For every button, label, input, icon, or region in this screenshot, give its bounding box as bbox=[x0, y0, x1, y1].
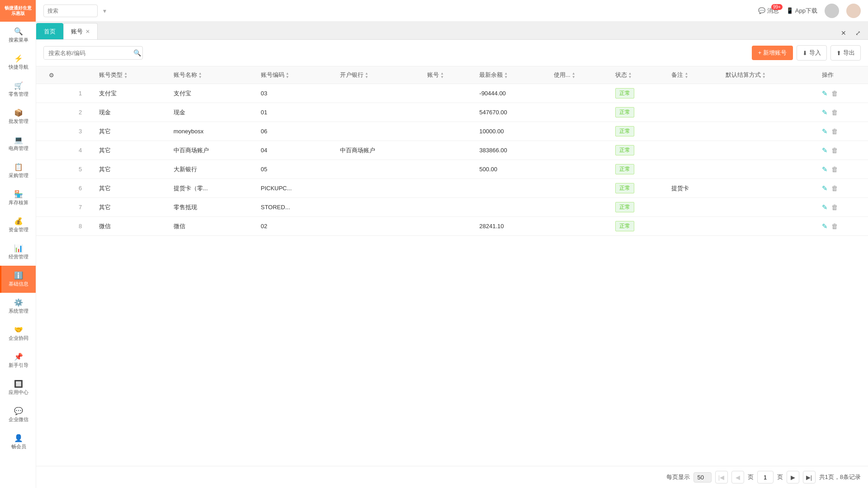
col-status[interactable]: 状态▲▼ bbox=[610, 66, 666, 84]
row-remark bbox=[666, 84, 720, 103]
sidebar-label-member: 畅会员 bbox=[11, 443, 26, 450]
messages-button[interactable]: 💬 消息 99+ bbox=[758, 7, 779, 15]
row-settings bbox=[36, 160, 67, 179]
next-page-button[interactable]: ▶ bbox=[787, 471, 799, 483]
sidebar-item-finance-mgmt[interactable]: 💰资金管理 bbox=[0, 211, 36, 239]
sidebar-item-purchase-mgmt[interactable]: 📋采购管理 bbox=[0, 157, 36, 184]
edit-button[interactable]: ✎ bbox=[822, 222, 828, 230]
page-input[interactable] bbox=[757, 471, 774, 483]
delete-button[interactable]: 🗑 bbox=[831, 184, 838, 192]
row-type: 其它 bbox=[94, 122, 168, 141]
avatar[interactable] bbox=[825, 4, 839, 18]
chevron-down-icon: ▾ bbox=[103, 7, 106, 14]
tab-label-home: 首页 bbox=[44, 28, 56, 36]
row-default-payment bbox=[720, 160, 817, 179]
status-badge: 正常 bbox=[615, 221, 634, 231]
col-usage[interactable]: 使用...▲▼ bbox=[548, 66, 610, 84]
col-code[interactable]: 账号编码▲▼ bbox=[255, 66, 335, 84]
top-search-input[interactable] bbox=[43, 5, 98, 17]
delete-button[interactable]: 🗑 bbox=[831, 89, 838, 97]
import-button[interactable]: ⬇ 导入 bbox=[797, 45, 827, 61]
sidebar-item-quick-nav[interactable]: ⚡快捷导航 bbox=[0, 49, 36, 76]
prev-page-button[interactable]: ◀ bbox=[731, 471, 744, 483]
sidebar-label-finance-mgmt: 资金管理 bbox=[9, 226, 28, 233]
tab-close-accounts[interactable]: ✕ bbox=[85, 29, 90, 34]
row-account bbox=[422, 103, 474, 122]
sidebar-item-basic-info[interactable]: ℹ️基础信息 bbox=[0, 266, 36, 293]
col-bank[interactable]: 开户银行▲▼ bbox=[335, 66, 422, 84]
row-account bbox=[422, 198, 474, 217]
edit-button[interactable]: ✎ bbox=[822, 165, 828, 174]
maximize-tab-button[interactable]: ⤢ bbox=[852, 27, 864, 39]
sidebar-item-enterprise-wechat[interactable]: 💬企业微信 bbox=[0, 401, 36, 428]
messages-badge: 99+ bbox=[771, 4, 783, 10]
sidebar-item-inventory-check[interactable]: 🏪库存核算 bbox=[0, 184, 36, 211]
sidebar-label-new-guide: 新手引导 bbox=[9, 362, 28, 369]
status-badge: 正常 bbox=[615, 202, 634, 212]
delete-button[interactable]: 🗑 bbox=[831, 222, 838, 230]
search-button[interactable]: 🔍 bbox=[129, 47, 143, 59]
delete-button[interactable]: 🗑 bbox=[831, 146, 838, 154]
edit-button[interactable]: ✎ bbox=[822, 203, 828, 211]
row-num: 1 bbox=[67, 84, 94, 103]
edit-button[interactable]: ✎ bbox=[822, 108, 828, 117]
row-name: 提货卡（零... bbox=[168, 179, 255, 198]
col-balance[interactable]: 最新余额▲▼ bbox=[474, 66, 548, 84]
row-balance: 547670.00 bbox=[474, 103, 548, 122]
add-account-button[interactable]: + 新增账号 bbox=[752, 46, 793, 60]
col-type[interactable]: 账号类型▲▼ bbox=[94, 66, 168, 84]
system-mgmt-icon: ⚙️ bbox=[14, 298, 23, 307]
col-default-payment[interactable]: 默认结算方式▲▼ bbox=[720, 66, 817, 84]
sidebar-item-operations-mgmt[interactable]: 📊经营管理 bbox=[0, 239, 36, 266]
user-avatar[interactable] bbox=[846, 4, 861, 18]
edit-button[interactable]: ✎ bbox=[822, 127, 828, 136]
delete-button[interactable]: 🗑 bbox=[831, 165, 838, 173]
row-balance: 500.00 bbox=[474, 160, 548, 179]
row-code: 02 bbox=[255, 217, 335, 236]
sidebar-item-ecommerce-mgmt[interactable]: 💻电商管理 bbox=[0, 130, 36, 157]
col-account[interactable]: 账号▲▼ bbox=[422, 66, 474, 84]
sidebar-label-operations-mgmt: 经营管理 bbox=[9, 253, 28, 260]
row-default-payment bbox=[720, 141, 817, 160]
sidebar-item-retail-mgmt[interactable]: 🛒零售管理 bbox=[0, 76, 36, 103]
status-badge: 正常 bbox=[615, 164, 634, 174]
sidebar-item-wholesale-mgmt[interactable]: 📦批发管理 bbox=[0, 103, 36, 130]
row-type: 其它 bbox=[94, 141, 168, 160]
sidebar-item-system-mgmt[interactable]: ⚙️系统管理 bbox=[0, 293, 36, 320]
per-page-select[interactable]: 50 100 200 bbox=[693, 472, 712, 483]
export-button[interactable]: ⬆ 导出 bbox=[830, 45, 861, 61]
app-download-button[interactable]: 📱 App下载 bbox=[786, 7, 817, 15]
sidebar-item-enterprise-agreement[interactable]: 🤝企业协同 bbox=[0, 320, 36, 347]
edit-button[interactable]: ✎ bbox=[822, 184, 828, 192]
row-remark bbox=[666, 141, 720, 160]
last-page-button[interactable]: ▶| bbox=[803, 471, 816, 483]
row-settings bbox=[36, 141, 67, 160]
close-tab-button[interactable]: ✕ bbox=[837, 27, 850, 39]
sidebar-item-search-menu[interactable]: 🔍搜索菜单 bbox=[0, 22, 36, 49]
col-name[interactable]: 账号名称▲▼ bbox=[168, 66, 255, 84]
delete-button[interactable]: 🗑 bbox=[831, 127, 838, 135]
row-num: 4 bbox=[67, 141, 94, 160]
first-page-button[interactable]: |◀ bbox=[715, 471, 728, 483]
delete-button[interactable]: 🗑 bbox=[831, 203, 838, 211]
col-settings[interactable]: ⚙ bbox=[36, 66, 67, 84]
row-account bbox=[422, 122, 474, 141]
edit-button[interactable]: ✎ bbox=[822, 89, 828, 98]
row-num: 8 bbox=[67, 217, 94, 236]
sidebar-item-member[interactable]: 👤畅会员 bbox=[0, 428, 36, 455]
status-badge: 正常 bbox=[615, 145, 634, 155]
member-icon: 👤 bbox=[14, 434, 23, 442]
col-remark[interactable]: 备注▲▼ bbox=[666, 66, 720, 84]
delete-button[interactable]: 🗑 bbox=[831, 108, 838, 116]
row-name: 微信 bbox=[168, 217, 255, 236]
row-status: 正常 bbox=[610, 217, 666, 236]
sidebar-item-app-center[interactable]: 🔲应用中心 bbox=[0, 374, 36, 401]
tab-accounts[interactable]: 账号✕ bbox=[63, 23, 98, 39]
tab-home[interactable]: 首页 bbox=[36, 23, 63, 39]
row-status: 正常 bbox=[610, 179, 666, 198]
row-status: 正常 bbox=[610, 103, 666, 122]
search-input[interactable] bbox=[44, 47, 129, 59]
edit-button[interactable]: ✎ bbox=[822, 146, 828, 155]
header-right: 💬 消息 99+ 📱 App下载 bbox=[758, 4, 861, 18]
sidebar-item-new-guide[interactable]: 📌新手引导 bbox=[0, 347, 36, 374]
